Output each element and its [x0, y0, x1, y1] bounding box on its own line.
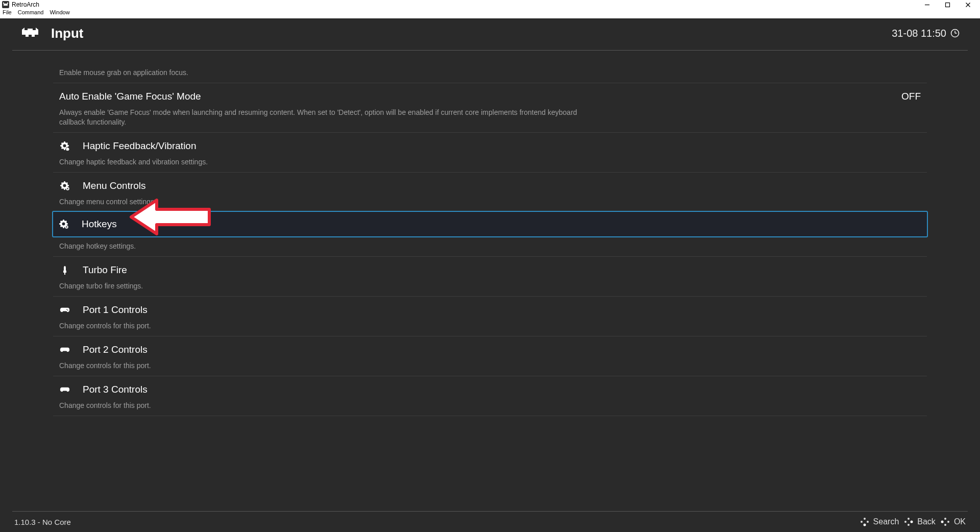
footer-back-button[interactable]: Back: [904, 517, 936, 526]
retroarch-logo-icon: [20, 28, 40, 39]
setting-port2-controls[interactable]: Port 2 Controls Change controls for this…: [53, 336, 927, 376]
svg-point-15: [864, 518, 866, 520]
footer-ok-button[interactable]: OK: [941, 517, 966, 526]
setting-menu-controls[interactable]: Menu Controls Change menu control settin…: [53, 173, 927, 212]
footer-btn-label: OK: [954, 517, 966, 526]
setting-label: Menu Controls: [83, 180, 146, 191]
page-title: Input: [51, 26, 84, 41]
gamepad-icon: [59, 304, 70, 316]
window-menubar: File Command Window: [0, 9, 980, 18]
dpad-icon: [860, 517, 869, 526]
svg-point-14: [66, 227, 67, 228]
setting-auto-game-focus[interactable]: Auto Enable 'Game Focus' Mode OFF Always…: [53, 83, 927, 133]
setting-desc: Change turbo fire settings.: [59, 281, 600, 291]
setting-value: OFF: [901, 91, 921, 102]
setting-hotkeys[interactable]: Hotkeys: [52, 211, 928, 237]
app-viewport: Input 31-08 11:50 Automatic Mouse Grab O…: [0, 18, 980, 532]
close-button[interactable]: [958, 1, 978, 9]
turbo-icon: [59, 264, 70, 276]
gear-sub-icon: [58, 219, 69, 230]
svg-rect-1: [3, 3, 4, 4]
svg-point-12: [67, 188, 68, 189]
svg-rect-0: [4, 4, 8, 6]
dpad-icon: [904, 517, 913, 526]
footer-search-button[interactable]: Search: [860, 517, 899, 526]
setting-desc: Change controls for this port.: [59, 361, 600, 371]
version-text: 1.10.3 - No Core: [14, 518, 71, 526]
app-footer: 1.10.3 - No Core Search Back OK: [0, 512, 980, 532]
setting-haptic-feedback[interactable]: Haptic Feedback/Vibration Change haptic …: [53, 133, 927, 173]
svg-rect-2: [7, 3, 8, 4]
setting-label: Turbo Fire: [83, 264, 127, 276]
setting-desc: Enable mouse grab on application focus.: [59, 68, 600, 78]
svg-rect-4: [945, 3, 949, 7]
svg-point-19: [908, 518, 910, 520]
setting-label: Hotkeys: [82, 219, 117, 230]
svg-point-25: [947, 521, 949, 523]
svg-point-17: [867, 521, 869, 523]
setting-desc: Change controls for this port.: [59, 401, 600, 410]
svg-point-16: [861, 521, 863, 523]
svg-point-23: [944, 518, 946, 520]
svg-point-26: [944, 524, 946, 526]
header-datetime: 31-08 11:50: [892, 28, 960, 39]
setting-desc: Always enable 'Game Focus' mode when lau…: [59, 108, 600, 127]
menu-window[interactable]: Window: [50, 9, 69, 15]
setting-port1-controls[interactable]: Port 1 Controls Change controls for this…: [53, 297, 927, 336]
app-header: Input 31-08 11:50: [0, 18, 980, 50]
setting-port3-controls[interactable]: Port 3 Controls Change controls for this…: [53, 376, 927, 416]
svg-point-22: [908, 524, 910, 526]
footer-btn-label: Search: [873, 517, 899, 526]
setting-desc: Change haptic feedback and vibration set…: [59, 157, 600, 167]
svg-point-18: [863, 524, 866, 526]
gear-sub-icon: [59, 140, 70, 152]
datetime-text: 31-08 11:50: [892, 28, 946, 39]
setting-label: Haptic Feedback/Vibration: [83, 140, 197, 152]
window-title: RetroArch: [12, 1, 39, 8]
footer-btn-label: Back: [917, 517, 936, 526]
svg-point-21: [911, 521, 913, 523]
maximize-button[interactable]: [937, 1, 958, 9]
menu-command[interactable]: Command: [18, 9, 44, 15]
setting-label: Port 2 Controls: [83, 344, 148, 355]
app-icon: [2, 1, 9, 8]
dpad-icon: [941, 517, 950, 526]
setting-desc: Change menu control settings.: [59, 197, 600, 207]
menu-file[interactable]: File: [3, 9, 12, 15]
window-titlebar: RetroArch: [0, 0, 980, 9]
setting-desc: Change hotkey settings.: [59, 241, 600, 251]
setting-label: Port 1 Controls: [83, 304, 148, 316]
setting-turbo-fire[interactable]: Turbo Fire Change turbo fire settings.: [53, 257, 927, 297]
svg-point-20: [904, 521, 906, 523]
setting-desc: Change controls for this port.: [59, 321, 600, 331]
settings-list: Automatic Mouse Grab OFF Enable mouse gr…: [0, 51, 980, 511]
setting-label: Port 3 Controls: [83, 384, 148, 395]
gamepad-icon: [59, 384, 70, 395]
setting-hotkeys-desc-row: Change hotkey settings.: [53, 241, 927, 257]
gamepad-icon: [59, 344, 70, 355]
clock-icon: [950, 29, 960, 38]
setting-automatic-mouse-grab[interactable]: Automatic Mouse Grab OFF Enable mouse gr…: [53, 51, 927, 83]
gear-sub-icon: [59, 180, 70, 191]
setting-label: Auto Enable 'Game Focus' Mode: [59, 91, 201, 102]
minimize-button[interactable]: [917, 1, 937, 9]
svg-point-24: [941, 521, 943, 523]
